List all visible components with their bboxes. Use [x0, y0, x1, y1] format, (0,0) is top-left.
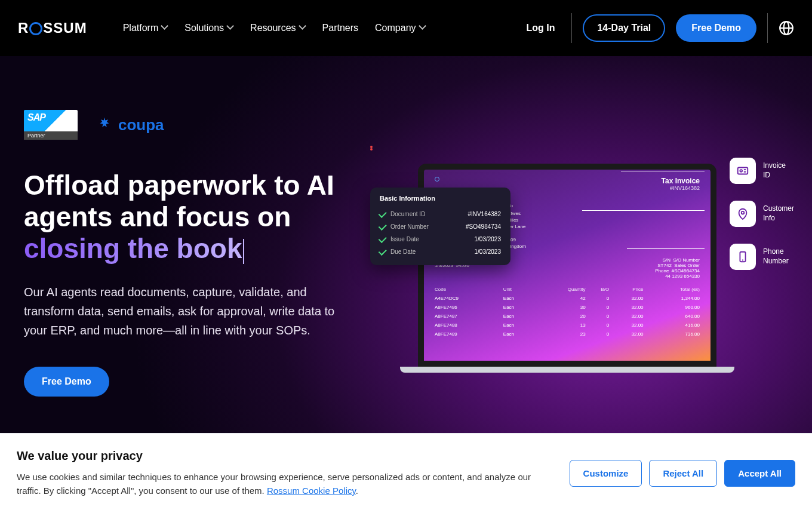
basic-info-card: Basic Information Document ID#INV164382 …	[370, 188, 510, 265]
chevron-down-icon	[227, 25, 233, 31]
col-price: Price	[609, 285, 643, 294]
card-val: #INV164382	[467, 211, 501, 217]
doc-title: Tax Invoice	[435, 177, 700, 185]
heading-line-b: closing the book	[24, 233, 242, 264]
reject-all-button[interactable]: Reject All	[649, 460, 717, 487]
hero-heading: Offload paperwork to AI agents and focus…	[24, 170, 358, 265]
nav-label: Solutions	[184, 23, 224, 33]
card-row: Issue Date1/03/2023	[380, 233, 501, 245]
card-row: Document ID#INV164382	[380, 208, 501, 220]
customize-button[interactable]: Customize	[570, 460, 642, 487]
meta-v: ST742	[657, 263, 672, 268]
logo-o-icon	[29, 22, 42, 35]
card-key: Document ID	[390, 211, 463, 217]
cookie-body-end: .	[356, 486, 358, 496]
logo-text-right: SSUM	[43, 20, 87, 36]
nav-label: Platform	[123, 23, 159, 33]
card-val: 1/03/2023	[475, 248, 502, 255]
meta-k: S/O Number	[673, 257, 700, 263]
col-qty: Quantity	[534, 285, 585, 294]
nav-platform[interactable]: Platform	[123, 23, 168, 33]
login-link[interactable]: Log In	[520, 23, 561, 33]
card-val: 1/03/2023	[475, 236, 502, 242]
meta-v: #SO4984734	[672, 268, 700, 274]
partner-badges: SAP Partner coupa	[24, 110, 358, 140]
nav-label: Company	[375, 23, 416, 33]
cookie-title: We value your privacy	[17, 449, 536, 463]
check-icon	[380, 211, 386, 217]
callout-label: PhoneNumber	[763, 247, 789, 266]
demo-button[interactable]: Free Demo	[676, 14, 756, 42]
meta-v: Phone	[655, 268, 669, 274]
callout-customer-info: CustomerInfo	[730, 201, 794, 227]
callout-line	[582, 210, 705, 211]
laptop-base	[400, 367, 734, 373]
chevron-down-icon	[420, 25, 426, 31]
nav-solutions[interactable]: Solutions	[184, 23, 233, 33]
card-row: Order Number#SO4984734	[380, 220, 501, 233]
trial-button[interactable]: 14-Day Trial	[583, 14, 665, 42]
hero-demo-button[interactable]: Free Demo	[24, 367, 109, 397]
logo-text-left: R	[18, 20, 29, 36]
callout-line	[627, 248, 705, 249]
callout-phone-number: PhoneNumber	[730, 244, 794, 270]
coupa-star-icon	[96, 116, 113, 134]
nav-company[interactable]: Company	[375, 23, 425, 33]
meta-right: S/N S/O Number ST742 Sales Order Phone #…	[655, 257, 700, 279]
sap-logo-text: SAP	[27, 112, 74, 123]
globe-icon[interactable]	[779, 20, 794, 36]
header-actions: Log In 14-Day Trial Free Demo	[520, 13, 794, 43]
col-code: Code	[435, 285, 503, 294]
site-header: R SSUM Platform Solutions Resources Part…	[0, 0, 812, 56]
cookie-body: We use cookies and similar techniques to…	[17, 470, 536, 498]
hero-illustration: Tax Invoice #INV164382 Invoice To Delive…	[370, 146, 788, 408]
table-row: A8FE7487Each20032.00640.00	[435, 312, 700, 321]
phone-icon	[730, 244, 756, 270]
svg-point-4	[740, 170, 742, 172]
chevron-down-icon	[162, 25, 168, 31]
logo[interactable]: R SSUM	[18, 20, 87, 36]
table-row: A4E74DC9Each42032.001,344.00	[435, 294, 700, 303]
table-header-row: Code Unit Quantity B/O Price Total (ex)	[435, 285, 700, 294]
chevron-down-icon	[300, 25, 306, 31]
card-row: Due Date1/03/2023	[380, 245, 501, 258]
table-row: A8FE7489Each23032.00736.00	[435, 330, 700, 339]
accept-all-button[interactable]: Accept All	[724, 460, 795, 487]
divider	[767, 13, 768, 43]
divider	[571, 13, 572, 43]
id-card-icon	[730, 158, 756, 184]
col-total: Total (ex)	[644, 285, 700, 294]
heading-line-a: Offload paperwork to AI agents and focus…	[24, 170, 334, 232]
hero-paragraph: Our AI agents read documents, capture, v…	[24, 282, 340, 340]
primary-nav: Platform Solutions Resources Partners Co…	[123, 23, 497, 33]
sap-partner-badge: SAP Partner	[24, 110, 78, 140]
cookie-text: We value your privacy We use cookies and…	[17, 449, 536, 498]
callout-invoice-id: InvoiceID	[730, 158, 794, 184]
table-row: A8FE7488Each13032.00416.00	[435, 321, 700, 330]
col-unit: Unit	[503, 285, 534, 294]
table-row: A8FE7486Each30032.00960.00	[435, 303, 700, 312]
sap-partner-label: Partner	[24, 131, 78, 140]
card-key: Order Number	[390, 223, 461, 230]
cookie-policy-link[interactable]: Rossum Cookie Policy	[267, 486, 356, 496]
cookie-actions: Customize Reject All Accept All	[570, 460, 795, 487]
nav-resources[interactable]: Resources	[250, 23, 305, 33]
card-title: Basic Information	[380, 195, 501, 202]
check-icon	[380, 249, 386, 255]
nav-partners[interactable]: Partners	[322, 23, 358, 33]
card-key: Issue Date	[390, 236, 470, 242]
svg-point-7	[742, 211, 745, 214]
callout-dot-icon	[370, 148, 373, 150]
coupa-text: coupa	[118, 116, 164, 134]
typing-cursor	[243, 239, 244, 264]
callout-line	[621, 171, 705, 171]
callout-label: CustomerInfo	[763, 204, 794, 223]
location-pin-icon	[730, 201, 756, 227]
card-val: #SO4984734	[466, 223, 501, 230]
check-icon	[380, 224, 386, 230]
coupa-badge: coupa	[96, 110, 164, 140]
col-bo: B/O	[586, 285, 610, 294]
meta-v: 44 1293 654330	[665, 274, 700, 279]
cookie-banner: We value your privacy We use cookies and…	[0, 433, 812, 514]
nav-label: Resources	[250, 23, 296, 33]
